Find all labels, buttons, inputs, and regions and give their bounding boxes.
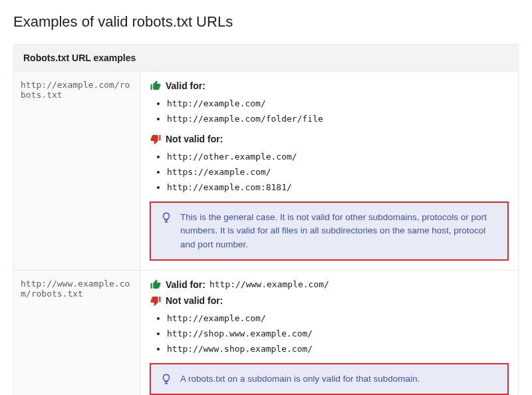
valid-for-line: Valid for: [150, 80, 509, 92]
lightbulb-icon [160, 211, 172, 223]
not-valid-label: Not valid for: [166, 134, 223, 144]
valid-label: Valid for: [166, 80, 205, 91]
not-valid-list: http://example.com/ http://shop.www.exam… [150, 311, 509, 356]
thumbs-down-icon [150, 295, 162, 307]
thumbs-up-icon [150, 80, 162, 92]
valid-inline-url: http://www.example.com/ [209, 279, 329, 289]
valid-list: http://example.com/ http://example.com/f… [150, 96, 509, 126]
not-valid-list: http://other.example.com/ https://exampl… [150, 149, 509, 195]
tip-callout: A robots.txt on a subdomain is only vali… [150, 363, 509, 395]
list-item: http://example.com/ [167, 96, 509, 111]
list-item: http://example.com:8181/ [167, 180, 509, 195]
table-row: http://example.com/robots.txt Valid for:… [14, 72, 518, 271]
details-cell: Valid for: http://www.example.com/ Not v… [140, 271, 518, 395]
thumbs-down-icon [150, 133, 162, 145]
tip-text: This is the general case. It is not vali… [180, 211, 498, 251]
details-cell: Valid for: http://example.com/ http://ex… [140, 72, 518, 270]
table-row: http://www.example.com/robots.txt Valid … [14, 271, 518, 395]
valid-for-line: Valid for: http://www.example.com/ [150, 279, 509, 291]
list-item: http://example.com/folder/file [167, 111, 509, 126]
list-item: http://example.com/ [167, 311, 509, 326]
list-item: http://www.shop.example.com/ [167, 341, 509, 356]
table-header: Robots.txt URL examples [14, 45, 518, 72]
valid-label: Valid for: [166, 279, 205, 290]
list-item: http://shop.www.example.com/ [167, 326, 509, 341]
url-cell: http://www.example.com/robots.txt [14, 271, 140, 395]
list-item: http://other.example.com/ [167, 149, 509, 164]
page-title: Examples of valid robots.txt URLs [13, 13, 519, 31]
not-valid-label: Not valid for: [166, 295, 223, 306]
url-cell: http://example.com/robots.txt [14, 72, 140, 270]
list-item: https://example.com/ [167, 164, 509, 180]
thumbs-up-icon [150, 279, 162, 291]
examples-table: Robots.txt URL examples http://example.c… [13, 44, 519, 395]
not-valid-for-line: Not valid for: [150, 295, 509, 307]
not-valid-for-line: Not valid for: [150, 133, 509, 145]
lightbulb-icon [160, 373, 172, 385]
tip-callout: This is the general case. It is not vali… [150, 201, 509, 261]
tip-text: A robots.txt on a subdomain is only vali… [180, 372, 420, 386]
